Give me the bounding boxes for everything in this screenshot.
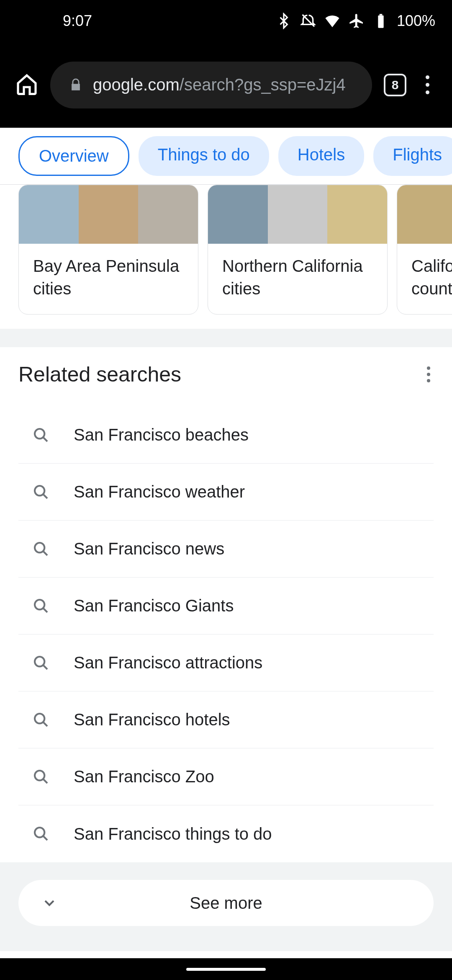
status-icons: 100% [275,12,435,30]
browser-menu-button[interactable] [418,71,437,98]
see-more-button[interactable]: See more [18,880,434,926]
gesture-handle [186,968,266,971]
related-search-item[interactable]: San Francisco news [18,521,434,578]
dnd-icon [300,13,316,29]
related-search-item[interactable]: San Francisco beaches [18,407,434,464]
battery-percent: 100% [397,12,435,30]
related-search-label: San Francisco hotels [74,710,230,729]
related-search-item[interactable]: San Francisco Zoo [18,748,434,805]
related-search-label: San Francisco beaches [74,426,249,444]
tab-overview[interactable]: Overview [18,136,129,176]
home-icon [15,72,39,96]
tab-flights[interactable]: Flights [373,136,452,176]
related-search-item[interactable]: San Francisco attractions [18,634,434,691]
related-search-item[interactable]: San Francisco things to do [18,805,434,862]
related-search-item[interactable]: San Francisco weather [18,464,434,521]
related-search-item[interactable]: San Francisco Giants [18,578,434,634]
tab-hotels[interactable]: Hotels [278,136,364,176]
related-searches-list: San Francisco beaches San Francisco weat… [18,407,434,862]
svg-point-6 [35,657,44,666]
svg-point-7 [35,714,44,723]
search-icon [33,825,49,842]
more-icon [427,366,430,370]
category-tabs: Overview Things to do Hotels Flights [0,128,452,185]
card-label: California counties [397,244,452,314]
svg-rect-0 [378,15,383,28]
search-icon [33,598,49,614]
lock-icon [69,78,83,92]
see-more-label: See more [190,894,262,913]
chevron-down-icon [41,895,58,911]
search-icon [33,484,49,500]
thumbnail [327,185,387,244]
related-search-label: San Francisco attractions [74,653,262,672]
thumbnail [208,185,268,244]
search-icon [33,769,49,785]
status-time: 9:07 [63,12,92,30]
search-icon [33,541,49,557]
svg-point-3 [35,486,44,495]
thumbnail [79,185,139,244]
search-icon [33,712,49,728]
status-bar: 9:07 100% [0,0,452,42]
tab-switcher[interactable]: 8 [384,74,406,96]
search-icon [33,655,49,671]
related-searches-title: Related searches [18,362,181,387]
related-search-item[interactable]: San Francisco hotels [18,691,434,748]
svg-point-8 [35,771,44,780]
svg-rect-1 [380,14,383,15]
related-search-label: San Francisco Giants [74,596,234,615]
omnibox-url: google.com/search?gs_ssp=eJzj4 [93,75,346,94]
related-search-label: San Francisco things to do [74,825,272,843]
home-button[interactable] [15,72,39,98]
airplane-icon [348,13,365,29]
carousel-card[interactable]: Bay Area Peninsula cities [18,185,198,315]
card-label: Bay Area Peninsula cities [19,244,198,314]
carousel-card[interactable]: Northern California cities [208,185,388,315]
svg-point-9 [35,828,44,837]
omnibox[interactable]: google.com/search?gs_ssp=eJzj4 [50,62,372,108]
carousel-card[interactable]: California counties [397,185,452,315]
search-icon [33,427,49,444]
tab-things-to-do[interactable]: Things to do [139,136,269,176]
thumbnail [138,185,198,244]
related-menu-button[interactable] [424,363,434,386]
system-nav-bar[interactable] [0,958,452,980]
related-search-label: San Francisco weather [74,482,245,501]
svg-point-4 [35,543,44,552]
thumbnail [397,185,452,244]
related-search-label: San Francisco Zoo [74,767,214,786]
wifi-icon [324,13,341,29]
svg-point-5 [35,600,44,609]
related-places-carousel[interactable]: Bay Area Peninsula cities Northern Calif… [0,185,452,329]
more-icon [426,75,429,79]
battery-icon [372,13,389,29]
thumbnail [268,185,328,244]
related-search-label: San Francisco news [74,539,224,558]
card-label: Northern California cities [208,244,387,314]
browser-toolbar: google.com/search?gs_ssp=eJzj4 8 [0,42,452,128]
bluetooth-icon [275,13,292,29]
svg-point-2 [35,429,44,438]
thumbnail [19,185,79,244]
related-searches-section: Related searches San Francisco beaches S… [0,347,452,862]
